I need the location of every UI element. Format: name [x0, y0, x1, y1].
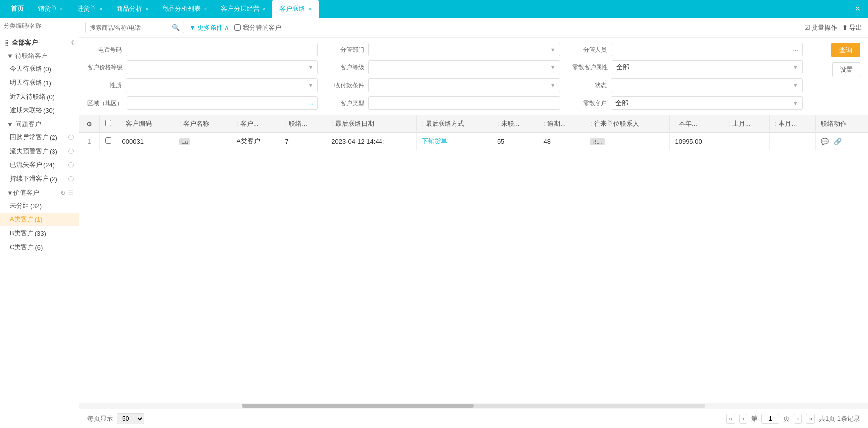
link-action-btn[interactable]: 🔗 [834, 138, 842, 145]
close-customer-tier-tab[interactable]: × [263, 6, 266, 12]
next-page-btn[interactable]: › [794, 414, 802, 424]
horizontal-scrollbar[interactable] [79, 403, 868, 409]
nature-select[interactable]: ▼ [126, 78, 318, 92]
phone-label: 电话号码 [87, 46, 122, 54]
settings-value-icon[interactable]: ☰ [68, 189, 74, 197]
problem-customers-group[interactable]: ▼ 问题客户 [0, 117, 79, 130]
sidebar-item-c-class[interactable]: C类客户 (6) [0, 240, 79, 254]
close-goods-analysis-list-tab[interactable]: × [204, 6, 207, 12]
checkbox-col-header[interactable] [99, 115, 117, 133]
search-icon[interactable]: 🔍 [172, 24, 180, 31]
scattered-attr-label: 零散客户属性 [572, 63, 608, 72]
collapse-arrow-icon: 《 [68, 39, 74, 47]
region-select[interactable]: ··· [127, 96, 318, 110]
per-page-select[interactable]: 50 100 200 [117, 413, 144, 424]
row-last-contact-method[interactable]: 下销货单 [417, 133, 492, 150]
row-checkbox[interactable] [105, 137, 111, 144]
pending-contact-group[interactable]: ▼ 待联络客户 [0, 49, 79, 62]
close-goods-analysis-tab[interactable]: × [145, 6, 148, 12]
nav-item-goods-analysis[interactable]: 商品分析 × [109, 0, 155, 18]
dept-arrow-icon: ▼ [550, 47, 556, 53]
refresh-icon[interactable]: ↻ [60, 189, 66, 197]
scattered-label: 零散客户 [572, 99, 607, 107]
last-contact-method-col-header: :最后联络方式 [417, 115, 492, 133]
sidebar-item-tomorrow[interactable]: 明天待联络 (1) [0, 76, 79, 90]
scattered-arrow-icon: ▼ [793, 100, 798, 106]
settings-gear-icon[interactable]: ⚙ [86, 120, 92, 128]
phone-input[interactable] [126, 43, 318, 56]
sidebar-search-container: 🔍 [0, 18, 79, 34]
row-checkbox-cell[interactable] [99, 133, 117, 150]
nav-item-customer-tier[interactable]: 客户分层经营 × [214, 0, 272, 18]
nav-item-goods-analysis-list[interactable]: 商品分析列表 × [155, 0, 214, 18]
customer-type-input[interactable] [368, 96, 560, 110]
my-customers-checkbox[interactable] [234, 24, 241, 31]
customer-type-label: 客户类型 [329, 99, 364, 107]
batch-operation-btn[interactable]: ☑ 批量操作 [804, 23, 837, 32]
last-contact-date-col-header: :最后联络日期 [326, 115, 417, 133]
first-page-btn[interactable]: « [726, 414, 736, 424]
settings-button[interactable]: 设置 [832, 62, 860, 77]
batch-icon: ☑ [804, 24, 810, 31]
page-label: 第 [751, 414, 758, 423]
export-btn[interactable]: ⬆ 导出 [842, 23, 862, 32]
status-select[interactable]: ▼ [611, 78, 803, 92]
sidebar-item-a-class[interactable]: A类客户 (1) [0, 213, 79, 226]
sidebar-item-overdue[interactable]: 逾期未联络 (30) [0, 104, 79, 117]
chevron-icon: ∧ [224, 24, 229, 31]
nav-item-sales[interactable]: 销货单 × [31, 0, 70, 18]
query-button[interactable]: 查询 [831, 43, 860, 57]
search-input[interactable] [90, 24, 172, 31]
nav-item-purchase[interactable]: 进货单 × [70, 0, 109, 18]
settings-col-header[interactable]: ⚙ [79, 115, 99, 133]
close-customer-contact-tab[interactable]: × [308, 6, 311, 12]
code-col-header: :客户编码 [117, 115, 174, 133]
prev-page-btn[interactable]: ‹ [739, 414, 747, 424]
this-month-col-header: :本月... [769, 115, 816, 133]
sidebar-item-7days[interactable]: 近7天待联络 (0) [0, 90, 79, 104]
price-tier-label: 客户价格等级 [87, 63, 123, 72]
all-customers-header[interactable]: ⣿ 全部客户 《 [0, 34, 79, 49]
sidebar-item-declining[interactable]: 持续下滑客户 (2) ⓘ [0, 172, 79, 186]
per-page-label: 每页显示 [87, 414, 113, 423]
sidebar-search-input[interactable] [4, 22, 78, 29]
row-actions: 💬 🔗 [816, 133, 868, 150]
sidebar-item-repurchase-abnormal[interactable]: 回购异常客户 (2) ⓘ [0, 130, 79, 144]
payment-select[interactable]: ▼ [368, 78, 560, 92]
my-customers-filter[interactable]: 我分管的客户 [234, 23, 281, 32]
sidebar-item-b-class[interactable]: B类客户 (33) [0, 226, 79, 240]
value-customers-group[interactable]: ▼ 价值客户 ↻ ☰ [0, 186, 79, 199]
close-all-tabs[interactable]: × [851, 4, 864, 14]
sidebar-item-lost[interactable]: 已流失客户 (24) ⓘ [0, 158, 79, 172]
sidebar-item-today[interactable]: 今天待联络 (0) [0, 62, 79, 76]
chat-action-btn[interactable]: 💬 [821, 138, 829, 145]
last-page-btn[interactable]: » [806, 414, 815, 424]
sidebar-item-lost-warning[interactable]: 流失预警客户 (3) ⓘ [0, 144, 79, 158]
select-all-checkbox[interactable] [105, 120, 111, 126]
dept-select[interactable]: ▼ [368, 43, 560, 56]
sidebar-item-unclassified[interactable]: 未分组 (32) [0, 199, 79, 213]
export-icon: ⬆ [842, 24, 848, 31]
manager-label: 分管人员 [572, 46, 607, 54]
close-purchase-tab[interactable]: × [99, 6, 102, 12]
price-tier-select[interactable]: ▼ [127, 60, 318, 74]
related-contact-col-header: :往来单位联系人 [585, 115, 670, 133]
row-overdue: 48 [539, 133, 585, 150]
close-sales-tab[interactable]: × [60, 6, 63, 12]
page-number-input[interactable] [761, 414, 779, 424]
filter-bar: 🔍 ▼ 更多条件 ∧ 我分管的客户 ☑ 批量操作 ⬆ 导出 [79, 18, 868, 38]
customer-tier-select[interactable]: ▼ [368, 60, 560, 74]
payment-arrow-icon: ▼ [550, 82, 556, 88]
manager-select[interactable]: ··· [611, 43, 803, 56]
scattered-attr-select[interactable]: 全部 ▼ [612, 60, 803, 74]
scattered-attr-arrow-icon: ▼ [793, 64, 798, 70]
nav-item-home[interactable]: 首页 [4, 0, 31, 18]
last-month-col-header: :上月... [723, 115, 770, 133]
nav-item-customer-contact[interactable]: 客户联络 × [272, 0, 318, 18]
page-of-label: 页 [783, 414, 790, 423]
info-icon-3: ⓘ [68, 161, 74, 169]
scattered-select[interactable]: 全部 ▼ [611, 96, 803, 110]
more-filters-btn[interactable]: ▼ 更多条件 ∧ [189, 23, 229, 32]
row-uncontacted: 55 [492, 133, 539, 150]
row-customer-type: A类客户 [231, 133, 280, 150]
